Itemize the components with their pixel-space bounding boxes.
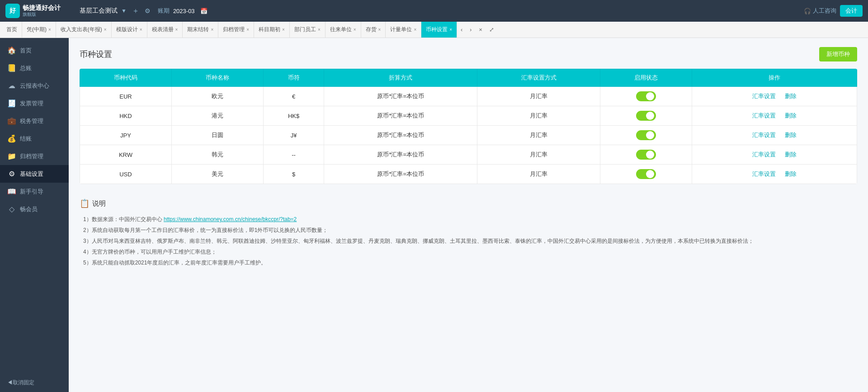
sidebar-item-home[interactable]: 🏠 首页 [0, 42, 69, 59]
cell-rate-type: 月汇率 [477, 165, 600, 184]
tab-tax-label: 税表清册 [152, 26, 174, 33]
calendar-icon[interactable]: 📅 [200, 8, 208, 14]
sidebar-item-invoice[interactable]: 🧾 发票管理 [0, 94, 69, 112]
tab-dept-close[interactable]: × [318, 27, 321, 32]
rate-settings-link[interactable]: 汇率设置 [752, 151, 776, 158]
cell-status[interactable] [600, 165, 692, 184]
tab-subject[interactable]: 科目期初 × [254, 22, 290, 38]
tab-prev-btn[interactable]: ‹ [457, 22, 466, 38]
service-button[interactable]: 🎧 人工咨询 [804, 7, 836, 15]
toggle-switch[interactable] [636, 130, 656, 140]
sidebar-item-new-guide-label: 新手引导 [20, 188, 43, 196]
tab-archive[interactable]: 归档管理 × [218, 22, 254, 38]
delete-link[interactable]: 删除 [785, 132, 797, 138]
cell-rate-type: 月汇率 [477, 87, 600, 106]
tab-unit-label: 往来单位 [330, 26, 352, 33]
sidebar-item-new-guide[interactable]: 📖 新手引导 [0, 183, 69, 200]
page-title: 币种设置 [80, 49, 112, 60]
sidebar-item-checkout[interactable]: 💰 结账 [0, 130, 69, 147]
cell-status[interactable] [600, 106, 692, 126]
settings-icon[interactable]: ⚙ [145, 7, 151, 14]
tab-close-all-btn[interactable]: × [475, 22, 486, 38]
delete-link[interactable]: 删除 [785, 112, 797, 119]
tab-stock-close[interactable]: × [378, 27, 381, 32]
cell-status[interactable] [600, 126, 692, 145]
tab-dept[interactable]: 部门员工 × [290, 22, 326, 38]
toggle-thumb [646, 151, 654, 159]
sidebar-item-basic-settings[interactable]: ⚙ 基础设置 [0, 165, 69, 183]
cell-rate-type: 月汇率 [477, 145, 600, 165]
rate-settings-link[interactable]: 汇率设置 [752, 170, 776, 177]
tab-currency-close[interactable]: × [449, 27, 452, 32]
tab-unit-close[interactable]: × [354, 27, 356, 32]
cell-action: 汇率设置 删除 [692, 145, 857, 165]
tab-measure[interactable]: 计量单位 × [386, 22, 421, 38]
tab-period-end[interactable]: 期末结转 × [183, 22, 218, 38]
tab-subject-close[interactable]: × [282, 27, 285, 32]
account-button[interactable]: 会计 [840, 5, 863, 17]
sidebar-item-tax-mgmt[interactable]: 💼 税务管理 [0, 112, 69, 130]
company-bar: 基层工会测试 ▼ ＋ ⚙ 账期 2023-03 📅 [74, 6, 804, 16]
table-row: KRW 韩元 -- 原币*汇率=本位币 月汇率 汇率设置 删除 [80, 145, 857, 165]
cell-code: USD [80, 165, 172, 184]
service-label: 人工咨询 [813, 7, 836, 15]
toggle-thumb [646, 170, 654, 178]
add-company-btn[interactable]: ＋ [130, 6, 141, 16]
checkout-icon: 💰 [7, 134, 16, 143]
table-row: HKD 港元 HK$ 原币*汇率=本位币 月汇率 汇率设置 删除 [80, 106, 857, 126]
cell-code: HKD [80, 106, 172, 126]
toggle-switch[interactable] [636, 91, 656, 101]
delete-link[interactable]: 删除 [785, 151, 797, 158]
tab-home[interactable]: 首页 [2, 22, 22, 38]
sidebar-item-member[interactable]: ◇ 畅会员 [0, 200, 69, 218]
company-name: 基层工会测试 [80, 7, 118, 15]
tab-expand-btn[interactable]: ⤢ [486, 22, 497, 38]
sidebar-item-report-center-label: 云报表中心 [20, 82, 49, 90]
sidebar-item-report-center[interactable]: ☁ 云报表中心 [0, 77, 69, 94]
cell-code: EUR [80, 87, 172, 106]
col-symbol: 币符 [263, 69, 324, 87]
tab-period-end-close[interactable]: × [211, 27, 213, 32]
cell-code: JPY [80, 126, 172, 145]
tab-measure-close[interactable]: × [414, 27, 416, 32]
rate-settings-link[interactable]: 汇率设置 [752, 132, 776, 138]
tab-template-close[interactable]: × [140, 27, 142, 32]
toggle-switch[interactable] [636, 111, 656, 121]
tab-next-btn[interactable]: › [466, 22, 475, 38]
tab-currency[interactable]: 币种设置 × [421, 22, 457, 38]
tab-voucher-close[interactable]: × [48, 27, 51, 32]
toggle-switch[interactable] [636, 150, 656, 160]
tab-archive-close[interactable]: × [246, 27, 249, 32]
tab-tax-close[interactable]: × [175, 27, 178, 32]
cell-status[interactable] [600, 87, 692, 106]
tab-report[interactable]: 收入支出表(年报) × [56, 22, 112, 38]
top-bar-right: 🎧 人工咨询 会计 [804, 5, 863, 17]
sidebar-item-ledger[interactable]: 📒 总账 [0, 59, 69, 77]
notice-link[interactable]: https://www.chinamoney.com.cn/chinese/bk… [164, 216, 297, 222]
cell-status[interactable] [600, 145, 692, 165]
guide-icon: 📖 [7, 187, 16, 196]
toggle-switch[interactable] [636, 169, 656, 179]
tab-unit[interactable]: 往来单位 × [326, 22, 361, 38]
rate-settings-link[interactable]: 汇率设置 [752, 112, 776, 119]
sidebar-item-archive-mgmt[interactable]: 📁 归档管理 [0, 147, 69, 165]
tab-stock[interactable]: 存货 × [361, 22, 386, 38]
tab-report-close[interactable]: × [104, 27, 107, 32]
sidebar-item-invoice-label: 发票管理 [20, 99, 43, 108]
tab-template[interactable]: 模版设计 × [112, 22, 147, 38]
col-name: 币种名称 [171, 69, 263, 87]
cloud-icon: ☁ [7, 81, 16, 90]
member-icon: ◇ [7, 205, 16, 213]
rate-settings-link[interactable]: 汇率设置 [752, 93, 776, 99]
delete-link[interactable]: 删除 [785, 170, 797, 177]
delete-link[interactable]: 删除 [785, 93, 797, 99]
tab-bar: 首页 凭(中期) × 收入支出表(年报) × 模版设计 × 税表清册 × 期末结… [0, 22, 868, 38]
new-currency-btn[interactable]: 新增币种 [819, 47, 857, 61]
cancel-pin-btn[interactable]: ◀取消固定 [7, 379, 61, 387]
company-dropdown-icon[interactable]: ▼ [121, 8, 127, 14]
toggle-thumb [646, 131, 654, 139]
logo-subtext: 旗舰版 [23, 11, 61, 18]
cell-method: 原币*汇率=本位币 [324, 145, 477, 165]
tab-voucher[interactable]: 凭(中期) × [22, 22, 56, 38]
tab-tax[interactable]: 税表清册 × [147, 22, 183, 38]
